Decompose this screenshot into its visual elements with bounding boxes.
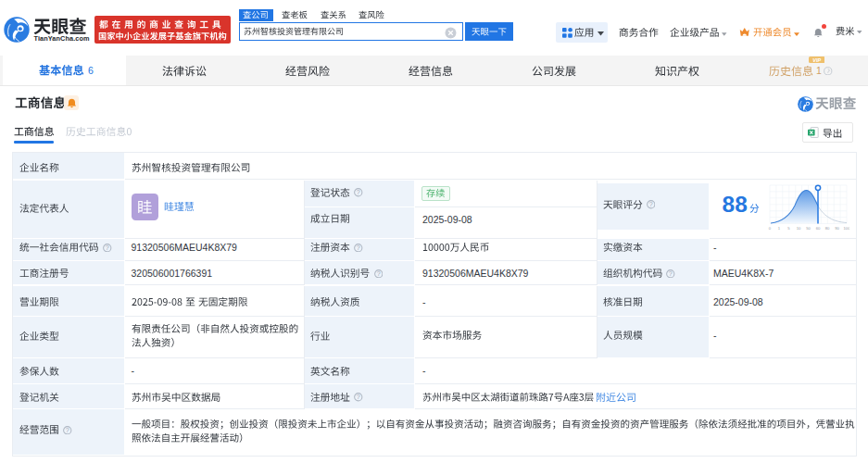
- svg-text:?: ?: [357, 394, 360, 401]
- svg-text:?: ?: [357, 244, 360, 252]
- svg-text:?: ?: [376, 270, 380, 278]
- svg-text:80: 80: [825, 226, 830, 231]
- svg-text:50: 50: [806, 226, 811, 231]
- svg-text:?: ?: [669, 270, 673, 278]
- svg-text:?: ?: [66, 427, 69, 434]
- svg-text:60: 60: [816, 226, 821, 231]
- svg-text:1: 1: [778, 226, 781, 231]
- svg-text:0: 0: [769, 226, 772, 231]
- svg-text:90: 90: [835, 226, 839, 231]
- svg-text:?: ?: [649, 201, 653, 208]
- svg-text:VIP: VIP: [812, 57, 821, 63]
- svg-text:100: 100: [844, 226, 850, 231]
- svg-text:?: ?: [106, 244, 109, 252]
- svg-text:?: ?: [357, 189, 360, 196]
- svg-text:10: 10: [797, 226, 801, 231]
- svg-text:5: 5: [787, 226, 790, 231]
